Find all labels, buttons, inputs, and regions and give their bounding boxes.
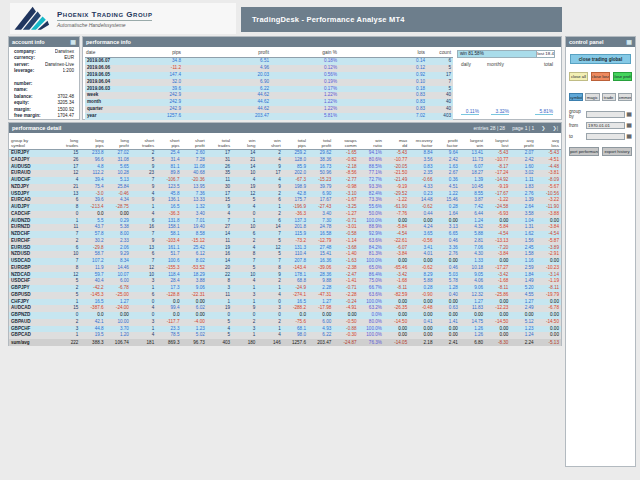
performance-detail-header: performance detail entries 28 | 28 page … <box>9 123 561 133</box>
tab-comment[interactable]: comment <box>618 93 632 101</box>
to-date-input[interactable] <box>586 133 625 140</box>
table-cell: 19.5 <box>80 332 105 339</box>
next-page-icon[interactable]: ❯ <box>541 125 545 131</box>
table-row: NZDCHF757.88.00758.18.581467115.916.58-0… <box>9 231 561 238</box>
table-cell: 1.20 <box>106 332 131 339</box>
table-cell: 17 <box>257 170 282 177</box>
table-cell: 40 <box>427 99 453 106</box>
table-cell: 2019.06.06 <box>85 65 125 72</box>
table-cell: 0.00 <box>106 211 131 218</box>
total-label: total <box>521 62 555 67</box>
table-cell: 1 <box>257 326 282 333</box>
close-trading-global-button[interactable]: close trading global <box>570 54 631 64</box>
table-cell: 38.36 <box>308 157 333 164</box>
performance-info-column-headers: datepipsprofitgain %lotscount <box>85 47 453 58</box>
group-by-input[interactable] <box>586 111 625 118</box>
table-cell: 2 <box>257 191 282 198</box>
grid-picker-icon[interactable]: ▦ <box>625 111 632 117</box>
table-cell: GBPAUD <box>9 319 55 326</box>
column-header: recoveryfactor <box>409 138 434 148</box>
table-cell: 55.6% <box>359 204 384 211</box>
table-cell: 5 <box>232 265 257 272</box>
table-cell: 0.00 <box>333 312 358 319</box>
table-cell: 14 <box>257 224 282 231</box>
table-cell: 100.0% <box>359 258 384 265</box>
export-performance-button[interactable]: export performance <box>569 147 599 156</box>
table-cell: 203.47 <box>308 339 333 346</box>
table-cell: 66.7% <box>359 285 384 292</box>
table-cell: 0 <box>232 312 257 319</box>
table-cell: 1.83 <box>510 184 535 191</box>
table-cell: 1.33 <box>460 258 485 265</box>
table-cell: 86.4% <box>359 272 384 279</box>
grid-icon[interactable]: ▦ <box>70 39 76 45</box>
table-cell: 25.42 <box>181 245 206 252</box>
grid-icon[interactable]: ▦ <box>626 39 632 45</box>
table-cell: 110.4 <box>283 251 308 258</box>
table-cell: 7 <box>55 231 80 238</box>
table-cell: 2.28 <box>308 285 333 292</box>
table-cell: -7.76 <box>384 211 409 218</box>
table-cell: 4 <box>257 177 282 184</box>
export-history-button[interactable]: export history <box>602 147 632 156</box>
tab-symbol[interactable]: symbol <box>569 93 583 101</box>
table-cell: -1.41 <box>333 278 358 285</box>
table-row: EURAUD12112.210.282389.840.68351017202.0… <box>9 170 561 177</box>
column-header: winlong <box>232 138 257 148</box>
table-cell: 222 <box>55 339 80 346</box>
table-cell: 0.36 <box>434 177 459 184</box>
table-cell: 5.13 <box>106 177 131 184</box>
table-cell: -2.18 <box>333 164 358 171</box>
table-cell: 16.5 <box>156 204 181 211</box>
win-ratio-badge: win 81.58% <box>458 51 536 57</box>
table-cell: 2 <box>232 319 257 326</box>
table-cell: 1.31 <box>510 224 535 231</box>
performance-detail-panel: performance detail entries 28 | 28 page … <box>8 122 562 346</box>
table-cell: 6.02 <box>181 305 206 312</box>
table-cell: 24.78 <box>308 224 333 231</box>
table-cell: 16.73 <box>308 164 333 171</box>
table-cell: 2.67 <box>434 170 459 177</box>
table-cell: 161.1 <box>156 245 181 252</box>
close-all-button[interactable]: close all <box>569 72 588 81</box>
table-cell: 5 <box>55 278 80 285</box>
table-cell: 2.42 <box>434 157 459 164</box>
table-row: NZDUSD1058.79.29651.76.121685110.415.41-… <box>9 251 561 258</box>
tab-magic[interactable]: magic <box>585 93 599 101</box>
calendar-icon[interactable]: ▦ <box>625 122 632 128</box>
table-cell: 0.00 <box>384 332 409 339</box>
table-cell: 13 <box>131 245 156 252</box>
last-page-icon[interactable]: ❯| <box>553 125 559 131</box>
table-cell: 7 <box>257 258 282 265</box>
tab-trade[interactable]: trade <box>602 93 616 101</box>
column-header: profitfactor <box>434 138 459 148</box>
close-profit-button[interactable]: close profit <box>613 72 632 81</box>
table-cell: -17.98 <box>308 305 333 312</box>
column-header: lots <box>339 47 427 58</box>
calendar-icon[interactable]: ▦ <box>625 133 632 139</box>
close-loss-button[interactable]: close loss <box>591 72 610 81</box>
window-title: TradingDesk - Performance Analyse MT4 <box>241 15 405 24</box>
table-cell: 28.4 <box>156 278 181 285</box>
table-cell: -4.54 <box>485 231 510 238</box>
table-cell: 1.04 <box>510 218 535 225</box>
table-cell: 4 <box>232 278 257 285</box>
table-cell: 17.67 <box>308 197 333 204</box>
table-cell: 0.10 <box>339 79 427 86</box>
table-cell: 3.40 <box>308 211 333 218</box>
table-cell: -36.3 <box>283 211 308 218</box>
account-info-header: account info ▦ <box>9 37 79 47</box>
table-cell: -1.65 <box>333 150 358 157</box>
table-cell: 58.1 <box>156 231 181 238</box>
table-row: AUDUSD174.85.65981.111.082614985.916.73-… <box>9 164 561 171</box>
table-row: 2019.06.0734.86.510.18%0.146 <box>85 58 453 65</box>
table-cell: 4 <box>207 326 232 333</box>
table-cell: 2019.06.05 <box>85 72 125 79</box>
table-cell: 1.62 <box>510 231 535 238</box>
table-cell: 8 <box>55 204 80 211</box>
table-cell: 6.00 <box>308 319 333 326</box>
table-cell: 20.03 <box>183 72 271 79</box>
from-date-input[interactable]: 1970.01.01 <box>586 122 625 129</box>
table-cell: 26 <box>55 157 80 164</box>
monthly-gain-value: 3.32% <box>491 109 509 115</box>
